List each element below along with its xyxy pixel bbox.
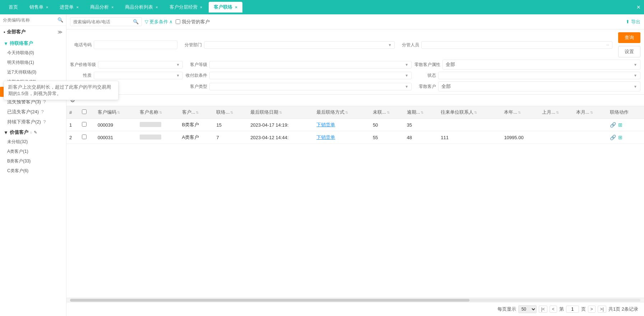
tab-customer-contact-close[interactable]: × [235, 5, 237, 9]
col-last-month[interactable]: 上月...⇅ [539, 106, 573, 119]
col-contacts[interactable]: 联络...⇅ [213, 106, 247, 119]
sidebar-collapse-icon[interactable]: ≫ [57, 29, 62, 35]
tab-purchase[interactable]: 进货单 × [55, 2, 83, 13]
sidebar-item-tomorrow[interactable]: 明天待联络(1) [0, 58, 66, 67]
keep-down-info-icon[interactable]: ? [43, 119, 46, 124]
customer-type-select[interactable]: ▼ [209, 83, 412, 90]
cell-contacts: 15 [213, 119, 247, 131]
col-customer-type[interactable]: 客户...⇅ [179, 106, 214, 119]
payment-label: 收付款条件 [186, 72, 207, 79]
row-checkbox-0[interactable] [82, 122, 87, 127]
prev-page-button[interactable]: < [550, 306, 557, 313]
staff-select[interactable]: ··· [421, 41, 612, 49]
contact-method-link[interactable]: 下销货单 [316, 122, 335, 127]
col-customer-name[interactable]: 客户名称⇅ [137, 106, 179, 119]
sidebar-item-ungrouped[interactable]: 未分组(32) [0, 137, 66, 147]
search-icon[interactable]: 🔍 [133, 19, 139, 24]
col-last-contact-method[interactable]: 最后联络方式⇅ [314, 106, 370, 119]
action-grid-icon-1[interactable]: ⊞ [618, 135, 622, 140]
scroll-track[interactable] [70, 299, 640, 302]
customer-grade-select[interactable]: ▼ [209, 61, 412, 69]
sidebar-search-icon[interactable]: 🔍 [57, 17, 63, 23]
first-page-button[interactable]: |< [539, 306, 547, 313]
sidebar-item-b-class[interactable]: B类客户(33) [0, 156, 66, 166]
sidebar-item-7days[interactable]: 近7天待联络(0) [0, 67, 66, 77]
nav-home[interactable]: 首页 [4, 2, 23, 13]
sort-icon-name: ⇅ [159, 110, 162, 114]
per-page-select[interactable]: 50 100 200 [518, 305, 537, 313]
status-select[interactable]: ▼ [438, 72, 640, 79]
col-index: # [66, 106, 79, 119]
cell-checkbox[interactable] [79, 131, 95, 144]
page-label: 第 [559, 306, 564, 312]
cell-company-contacts [438, 119, 501, 131]
sidebar-item-c-class[interactable]: C类客户(6) [0, 166, 66, 176]
select-all-checkbox[interactable] [82, 109, 87, 114]
col-overdue[interactable]: 逾期...⇅ [404, 106, 438, 119]
my-customers-checkbox[interactable] [176, 19, 180, 24]
tab-purchase-close[interactable]: × [76, 5, 78, 9]
retail-attr-select[interactable]: 全部 ▼ [443, 60, 640, 70]
col-customer-code[interactable]: 客户编码⇅ [95, 106, 137, 119]
already-lost-info-icon[interactable]: ? [41, 109, 43, 114]
setting-button[interactable]: 设置 [618, 46, 640, 57]
table-header-row: # 客户编码⇅ 客户名称⇅ 客户...⇅ 联络...⇅ 最后联络日期⇅ 最后联络… [66, 106, 644, 119]
tab-sales[interactable]: 销售单 × [24, 2, 53, 13]
last-page-button[interactable]: >| [598, 306, 606, 313]
tab-sales-close[interactable]: × [46, 5, 48, 9]
sidebar-all-customers[interactable]: ▪ 全部客户 ≫ [0, 26, 66, 38]
cell-checkbox[interactable] [79, 119, 95, 131]
cell-index: 2 [66, 131, 79, 144]
action-grid-icon-0[interactable]: ⊞ [618, 122, 622, 128]
gender-select[interactable]: ▼ [94, 72, 183, 79]
col-checkbox [79, 106, 95, 119]
price-grade-select[interactable]: ▼ [98, 61, 183, 69]
value-group-edit-icon[interactable]: ○ [30, 130, 32, 135]
my-customers-checkbox-label[interactable]: 我分管的客户 [176, 19, 210, 25]
action-link-icon-0[interactable]: 🔗 [610, 122, 616, 128]
filter-bar: 🔍 ▽ 更多条件 ∧ 我分管的客户 ⬆ 导出 [66, 14, 644, 29]
sidebar-pending-group[interactable]: ▼ 待联络客户 [0, 38, 66, 48]
retail-customer-select[interactable]: 全部 ▼ [438, 81, 640, 91]
col-unpaid[interactable]: 未联...⇅ [370, 106, 404, 119]
export-button[interactable]: ⬆ 导出 [626, 19, 640, 25]
page-number-input[interactable] [566, 306, 579, 313]
sidebar-search-input[interactable] [3, 18, 57, 23]
action-link-icon-1[interactable]: 🔗 [610, 135, 616, 140]
cell-last-contact-method[interactable]: 下销货单 [314, 131, 370, 144]
query-button[interactable]: 查询 [618, 32, 640, 43]
retail-customer-caret-icon: ▼ [634, 85, 637, 89]
col-last-contact-date[interactable]: 最后联络日期⇅ [247, 106, 314, 119]
window-close-button[interactable]: × [636, 4, 640, 11]
next-page-button[interactable]: > [588, 306, 596, 313]
tab-analysis-list[interactable]: 商品分析列表 × [120, 2, 163, 13]
tab-analysis[interactable]: 商品分析 × [85, 2, 119, 13]
sidebar-item-a-class[interactable]: A类客户(1) [0, 147, 66, 156]
dept-select[interactable]: ▼ [204, 41, 395, 49]
phone-input[interactable] [94, 41, 177, 49]
search-input[interactable] [73, 19, 131, 24]
sidebar-value-group[interactable]: ▼ 价值客户 ○ ✎ [0, 127, 66, 137]
tab-customer-tier-close[interactable]: × [200, 5, 202, 9]
sidebar-item-keep-down[interactable]: 持续下滑客户(2) ? [0, 117, 66, 127]
filter-row-2: 客户价格等级 ▼ 客户等级 ▼ 零散客户属性 全部 [70, 60, 640, 70]
scroll-thumb[interactable] [70, 299, 469, 302]
more-conditions-button[interactable]: ▽ 更多条件 ∧ [145, 19, 173, 25]
tab-customer-contact[interactable]: 客户联络 × [209, 2, 242, 13]
sort-icon-code: ⇅ [117, 110, 120, 114]
value-group-settings-icon[interactable]: ✎ [34, 130, 37, 135]
tab-analysis-close[interactable]: × [111, 5, 113, 9]
tab-customer-tier[interactable]: 客户分层经营 × [165, 2, 207, 13]
contact-method-link[interactable]: 下销货单 [316, 135, 335, 140]
sidebar-item-today[interactable]: 今天待联络(0) [0, 48, 66, 58]
col-this-month[interactable]: 本月...⇅ [573, 106, 607, 119]
tab-analysis-list-close[interactable]: × [156, 5, 158, 9]
horizontal-scroll-area[interactable] [66, 298, 644, 302]
col-this-year[interactable]: 本年...⇅ [501, 106, 539, 119]
col-company-contacts[interactable]: 往来单位联系人⇅ [438, 106, 501, 119]
cell-last-contact-method[interactable]: 下销货单 [314, 119, 370, 131]
row-checkbox-1[interactable] [82, 135, 87, 139]
payment-select[interactable]: ▼ [209, 72, 412, 79]
retail-attr-label: 零散客户属性 [414, 62, 440, 68]
sidebar-item-already-lost[interactable]: 已流失客户(24) ? [0, 107, 66, 117]
